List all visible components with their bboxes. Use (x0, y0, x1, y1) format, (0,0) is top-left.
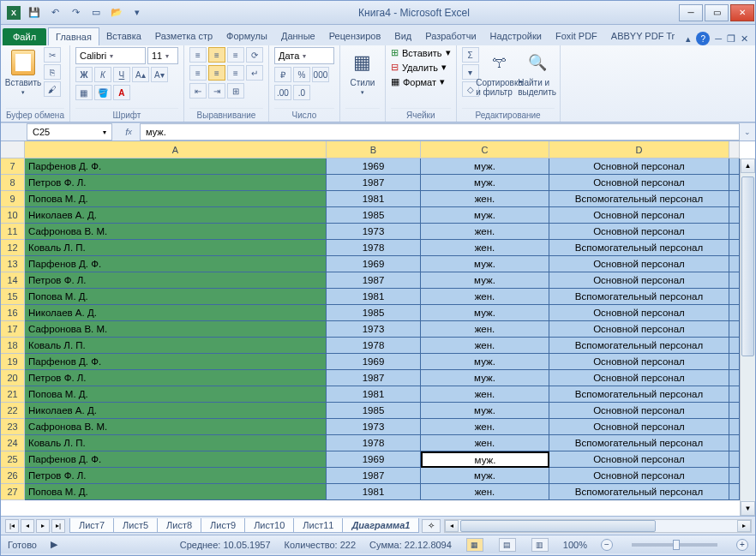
zoom-in-icon[interactable]: + (736, 539, 748, 551)
row-header[interactable]: 13 (1, 256, 25, 272)
cell[interactable]: Основной персонал (549, 321, 729, 338)
align-center-icon[interactable]: ≡ (208, 65, 225, 81)
next-sheet-icon[interactable]: ▸ (36, 519, 50, 533)
find-select-button[interactable]: 🔍 Найти и выделить (520, 47, 555, 97)
cell[interactable]: муж. (421, 158, 549, 175)
cell[interactable] (729, 158, 740, 175)
cell[interactable]: Основной персонал (549, 419, 729, 435)
font-size-combo[interactable]: 11▾ (147, 47, 178, 64)
cell[interactable] (729, 386, 740, 403)
cell[interactable]: Основной персонал (549, 354, 729, 370)
comma-icon[interactable]: 000 (312, 67, 329, 82)
column-header-B[interactable]: B (327, 141, 421, 158)
increase-indent-icon[interactable]: ⇥ (208, 83, 225, 99)
cell[interactable] (729, 370, 740, 386)
zoom-slider[interactable] (632, 543, 717, 547)
cell[interactable] (729, 191, 740, 207)
close-button[interactable]: ✕ (730, 4, 754, 21)
minimize-ribbon-icon[interactable]: ▴ (686, 33, 691, 45)
cell[interactable]: жен. (421, 435, 549, 451)
cell[interactable]: 1969 (327, 158, 421, 175)
cell[interactable]: Вспомогательный персонал (549, 484, 729, 500)
cell[interactable] (729, 403, 740, 419)
cell[interactable]: 1985 (327, 207, 421, 224)
cell[interactable] (729, 240, 740, 256)
cell[interactable]: Парфенов Д. Ф. (25, 158, 327, 175)
expand-formula-bar-icon[interactable]: ⌄ (740, 128, 755, 136)
ribbon-tab-5[interactable]: Рецензиров (322, 27, 388, 45)
file-tab[interactable]: Файл (3, 28, 46, 45)
row-header[interactable]: 10 (1, 207, 25, 224)
sheet-tab[interactable]: Лист8 (157, 518, 201, 533)
cell[interactable]: Попова М. Д. (25, 386, 327, 403)
align-middle-icon[interactable]: ≡ (208, 47, 225, 63)
cell[interactable]: 1978 (327, 435, 421, 451)
ribbon-tab-1[interactable]: Вставка (99, 27, 148, 45)
row-header[interactable]: 21 (1, 386, 25, 403)
fx-icon[interactable]: fx (121, 124, 136, 140)
cell[interactable]: Основной персонал (549, 305, 729, 321)
excel-icon[interactable]: X (4, 3, 23, 22)
qat-customize-icon[interactable]: ▾ (128, 3, 147, 22)
cell[interactable] (729, 484, 740, 500)
horizontal-scrollbar[interactable]: ◂ ▸ (444, 519, 752, 533)
row-header[interactable]: 20 (1, 370, 25, 386)
scroll-up-icon[interactable]: ▲ (741, 158, 755, 173)
maximize-button[interactable]: ▭ (705, 4, 729, 21)
cell[interactable]: муж. (421, 403, 549, 419)
first-sheet-icon[interactable]: |◂ (5, 519, 19, 533)
cell[interactable]: Коваль Л. П. (25, 240, 327, 256)
cell[interactable]: жен. (421, 386, 549, 403)
cell[interactable]: 1973 (327, 419, 421, 435)
cell[interactable]: Коваль Л. П. (25, 435, 327, 451)
align-right-icon[interactable]: ≡ (227, 65, 244, 81)
cell[interactable] (729, 451, 740, 468)
redo-icon[interactable]: ↷ (66, 3, 85, 22)
row-header[interactable]: 26 (1, 468, 25, 484)
cell[interactable]: жен. (421, 191, 549, 207)
cell[interactable]: Вспомогательный персонал (549, 435, 729, 451)
zoom-level[interactable]: 100% (563, 540, 587, 550)
sheet-tab[interactable]: Лист10 (244, 518, 294, 533)
cell[interactable]: муж. (421, 272, 549, 289)
cell[interactable]: 1985 (327, 403, 421, 419)
align-top-icon[interactable]: ≡ (189, 47, 207, 63)
cell[interactable]: муж. (421, 305, 549, 321)
cell[interactable]: 1969 (327, 354, 421, 370)
cell[interactable] (729, 354, 740, 370)
cell[interactable]: 1981 (327, 484, 421, 500)
cell[interactable]: Попова М. Д. (25, 289, 327, 305)
italic-button[interactable]: К (94, 67, 111, 82)
name-box[interactable]: C25▾ (27, 123, 112, 140)
grow-font-icon[interactable]: A▴ (132, 67, 149, 82)
cell[interactable]: Парфенов Д. Ф. (25, 354, 327, 370)
row-header[interactable]: 7 (1, 158, 25, 175)
cell[interactable]: Основной персонал (549, 370, 729, 386)
cell[interactable]: 1978 (327, 240, 421, 256)
cell[interactable]: Вспомогательный персонал (549, 191, 729, 207)
cell[interactable]: Коваль Л. П. (25, 338, 327, 354)
cell[interactable]: Петров Ф. Л. (25, 175, 327, 191)
cell[interactable]: Николаев А. Д. (25, 305, 327, 321)
cell[interactable]: Парфенов Д. Ф. (25, 451, 327, 468)
cell[interactable]: Сафронова В. М. (25, 321, 327, 338)
sheet-tab[interactable]: Лист11 (293, 518, 343, 533)
ribbon-tab-4[interactable]: Данные (274, 27, 322, 45)
row-header[interactable]: 25 (1, 451, 25, 468)
cell[interactable]: 1987 (327, 468, 421, 484)
scroll-thumb[interactable] (741, 176, 754, 356)
cell[interactable]: Николаев А. Д. (25, 403, 327, 419)
cell[interactable]: Основной персонал (549, 175, 729, 191)
cell[interactable]: жен. (421, 289, 549, 305)
cell[interactable] (729, 419, 740, 435)
row-header[interactable]: 22 (1, 403, 25, 419)
cell[interactable]: Попова М. Д. (25, 484, 327, 500)
autosum-icon[interactable]: Σ (462, 47, 479, 63)
decrease-decimal-icon[interactable]: .0 (293, 85, 310, 100)
sheet-tab[interactable]: Лист7 (69, 518, 114, 533)
merge-icon[interactable]: ⊞ (227, 83, 244, 99)
cell[interactable]: жен. (421, 338, 549, 354)
last-sheet-icon[interactable]: ▸| (51, 519, 65, 533)
zoom-out-icon[interactable]: − (601, 539, 613, 551)
row-header[interactable]: 19 (1, 354, 25, 370)
